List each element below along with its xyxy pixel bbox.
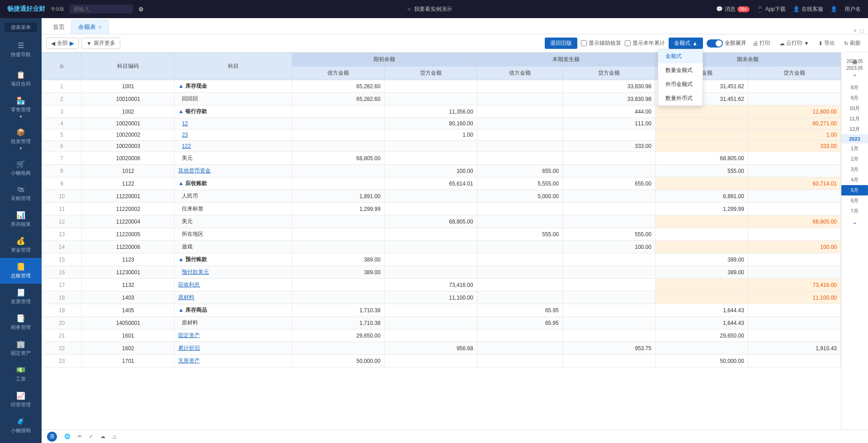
print-btn[interactable]: 🖨 打印: [750, 38, 773, 48]
yearly-checkbox[interactable]: [625, 40, 631, 46]
sidebar-item-project[interactable]: 📋 项目合同: [0, 66, 42, 92]
month-3[interactable]: 3月: [841, 164, 868, 175]
year-2023[interactable]: 2023: [841, 134, 868, 143]
subject-link[interactable]: 无形资产: [178, 357, 200, 364]
sidebar-search[interactable]: 搜索菜单: [4, 22, 38, 33]
tab-home[interactable]: 首页: [46, 20, 71, 34]
sidebar-item-payroll[interactable]: 💵 工资: [0, 361, 42, 387]
sidebar-item-finance[interactable]: 💰 资金管理: [0, 232, 42, 258]
sidebar-item-wholesale[interactable]: 📦 批发管理 ▼: [0, 124, 42, 155]
subject-link[interactable]: 122: [182, 143, 191, 149]
month-8[interactable]: 8月: [841, 82, 868, 93]
expand-icon[interactable]: ▲: [178, 307, 185, 313]
mode-dropdown-menu: 金额式 数量金额式 外币金额式 数量外币式: [658, 49, 703, 106]
sidebar-item-tax[interactable]: 📑 税务管理: [0, 310, 42, 335]
sidebar-item-ledger[interactable]: 📒 总账管理: [0, 258, 42, 284]
user-avatar[interactable]: 👤: [830, 6, 837, 12]
sidebar-item-ecommerce[interactable]: 🛒 小畅电商: [0, 155, 42, 181]
row-current-credit: [562, 203, 655, 215]
refresh-label: 刷新: [850, 39, 861, 47]
month-5[interactable]: 5月: [841, 185, 868, 195]
subject-text: 美元: [182, 218, 193, 224]
row-current-credit: [562, 129, 655, 141]
tab-bar: 首页 余额表 × × □: [42, 18, 868, 34]
month-10[interactable]: 10月: [841, 103, 868, 114]
mode-dropdown-btn[interactable]: 金额式 ▲: [669, 38, 703, 49]
service-btn[interactable]: 👤 在线客服: [793, 5, 823, 13]
month-7[interactable]: 7月: [841, 206, 868, 216]
sidebar-item-invoice[interactable]: 🧾 发票管理: [0, 284, 42, 310]
sidebar-item-expense[interactable]: 🧳 小畅报销: [0, 413, 42, 438]
toggle-switch[interactable]: [707, 39, 723, 48]
settings-col-header[interactable]: ⚙: [42, 53, 82, 80]
expand-all-toggle[interactable]: 全部展开: [707, 39, 746, 48]
sidebar-label-project: 项目合同: [11, 81, 31, 87]
period-up-icon[interactable]: ⌃: [850, 71, 859, 82]
row-opening-credit: [384, 203, 477, 215]
sidebar-label-inventory: 库存核算: [11, 221, 31, 228]
operations-icon: 📈: [16, 391, 25, 400]
subject-link[interactable]: 其他货币资金: [178, 167, 211, 174]
month-12[interactable]: 12月: [841, 124, 868, 134]
month-11[interactable]: 11月: [841, 114, 868, 124]
status-lang-btn[interactable]: 英: [47, 432, 57, 442]
period-down-icon[interactable]: ⌄: [850, 216, 859, 227]
mode-option-fx-amount[interactable]: 外币金额式: [658, 77, 703, 91]
sidebar-item-assets[interactable]: 🏢 固定资产: [0, 335, 42, 361]
breadcrumb-all-btn[interactable]: ◀ 全部 ▶: [46, 38, 79, 49]
row-current-debit: 65.95: [477, 317, 562, 329]
sidebar-item-inventory[interactable]: 📊 库存核算: [0, 206, 42, 232]
subject-link[interactable]: 预付款美元: [182, 269, 209, 275]
expand-icon[interactable]: ▲: [178, 108, 185, 114]
window-close-icon[interactable]: ×: [854, 28, 857, 34]
row-subject: 12: [175, 118, 292, 129]
return-old-btn[interactable]: 退回旧版: [545, 38, 577, 49]
row-subject: 固定资产: [175, 329, 292, 342]
row-closing-credit: [748, 266, 840, 279]
subject-link[interactable]: 应收利息: [178, 281, 200, 288]
expand-more-btn[interactable]: ▼ 展开更多: [81, 38, 120, 49]
main-layout: 搜索菜单 ☰ 快捷导航 📋 项目合同 🏪 零售管理 ▼ 📦 批发管理 ▼ 🛒 小…: [0, 18, 868, 443]
expand-icon[interactable]: ▲: [178, 180, 185, 186]
subject-link[interactable]: 12: [182, 120, 188, 127]
retail-arrow: ▼: [19, 114, 23, 119]
auxiliary-checkbox[interactable]: [581, 40, 587, 46]
show-yearly-check[interactable]: 显示本年累计: [625, 39, 665, 47]
sidebar-label-payroll: 工资: [16, 376, 26, 382]
subject-link[interactable]: 23: [182, 132, 188, 138]
month-1[interactable]: 1月: [841, 143, 868, 154]
period-start: 2023.05: [845, 58, 863, 65]
expand-icon[interactable]: ▲: [178, 256, 185, 262]
refresh-btn[interactable]: ↻ 刷新: [841, 38, 863, 48]
month-6[interactable]: 6月: [841, 195, 868, 206]
row-opening-credit: 65,614.01: [384, 177, 477, 190]
settings-icon[interactable]: ⚙: [138, 6, 144, 13]
sidebar-item-purchase[interactable]: 🛍 采购管理: [0, 181, 42, 206]
mode-option-qty-fx[interactable]: 数量外币式: [658, 91, 703, 105]
messages-btn[interactable]: 💬 消息 99+: [716, 5, 750, 13]
window-max-icon[interactable]: □: [860, 28, 863, 34]
tab-balance[interactable]: 余额表 ×: [71, 20, 108, 34]
subject-link[interactable]: 固定资产: [178, 332, 200, 338]
expand-icon[interactable]: ▲: [178, 83, 185, 89]
top-search-input[interactable]: [70, 5, 133, 14]
month-9[interactable]: 9月: [841, 93, 868, 103]
sidebar-item-retail[interactable]: 🏪 零售管理 ▼: [0, 92, 42, 124]
subject-link[interactable]: 累计折旧: [178, 345, 200, 351]
month-2[interactable]: 2月: [841, 154, 868, 164]
month-4[interactable]: 4月: [841, 175, 868, 185]
subject-link[interactable]: 原材料: [178, 294, 194, 300]
download-btn[interactable]: 📱 App下载: [757, 5, 786, 13]
sidebar-item-base[interactable]: ℹ 基础信息: [0, 438, 42, 443]
cloud-print-btn[interactable]: ☁ 云打印 ▼: [777, 38, 812, 48]
mode-option-amount[interactable]: 金额式: [658, 49, 703, 63]
export-btn[interactable]: ⬇ 导出: [816, 38, 838, 48]
tab-close-icon[interactable]: ×: [99, 24, 102, 30]
row-code: 11220001: [82, 190, 175, 203]
row-code: 11230001: [82, 266, 175, 279]
sidebar-item-quick-nav[interactable]: ☰ 快捷导航: [0, 37, 42, 62]
demo-label[interactable]: 我要看实例演示: [414, 5, 452, 13]
mode-option-qty-amount[interactable]: 数量金额式: [658, 63, 703, 77]
show-auxiliary-check[interactable]: 显示辅助核算: [581, 39, 621, 47]
sidebar-item-operations[interactable]: 📈 经营管理: [0, 387, 42, 413]
